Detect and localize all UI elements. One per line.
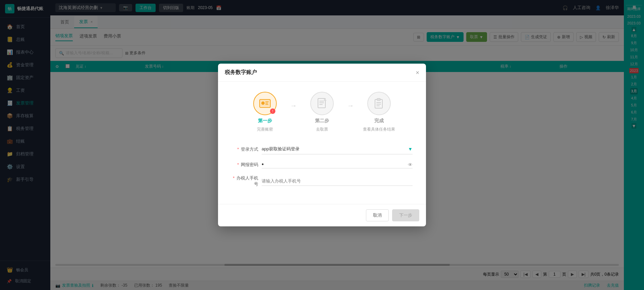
modal-header: 税务数字账户 ×: [218, 64, 426, 82]
step-1: ! 第一步 完善账密: [240, 92, 290, 132]
svg-rect-8: [319, 102, 324, 103]
login-method-row: * 登录方式 app获取验证码登录 ▼: [231, 144, 413, 154]
svg-rect-13: [376, 102, 381, 103]
step-1-subtitle: 完善账密: [257, 127, 273, 132]
step-2-subtitle: 去取票: [316, 127, 328, 132]
steps: ! 第一步 完善账密 →: [231, 92, 413, 132]
phone-input[interactable]: [262, 176, 413, 186]
step-3-icon-wrap: [367, 92, 391, 115]
svg-rect-3: [265, 101, 269, 102]
login-method-select[interactable]: app获取验证码登录 ▼: [262, 144, 413, 154]
step-arrow-1: →: [290, 92, 297, 110]
clipboard-icon: [372, 97, 386, 110]
step-3-title: 完成: [374, 118, 384, 124]
person-card-icon: [258, 97, 272, 110]
password-dot: •: [262, 161, 264, 168]
password-label: * 网报密码: [231, 162, 262, 168]
login-method-value: app获取验证码登录: [262, 146, 300, 152]
svg-rect-7: [319, 101, 324, 101]
step-3-subtitle: 查看具体任务结果: [363, 127, 395, 132]
svg-rect-12: [377, 98, 380, 100]
step-1-icon-wrap: !: [253, 92, 277, 115]
password-field[interactable]: • 👁: [262, 161, 413, 168]
password-row: * 网报密码 • 👁: [231, 161, 413, 168]
modal-body: ! 第一步 完善账密 →: [218, 82, 426, 204]
modal-form: * 登录方式 app获取验证码登录 ▼ * 网报密码 •: [231, 144, 413, 187]
step-arrow-2: →: [347, 92, 354, 110]
next-button[interactable]: 下一步: [392, 209, 419, 221]
step-1-alert: !: [270, 108, 275, 114]
svg-rect-14: [376, 104, 381, 104]
login-method-label: * 登录方式: [231, 146, 262, 152]
svg-rect-4: [265, 103, 268, 103]
modal-overlay: 税务数字账户 ×: [0, 0, 644, 290]
eye-icon[interactable]: 👁: [408, 162, 413, 167]
modal-title: 税务数字账户: [225, 69, 257, 76]
login-method-arrow-icon: ▼: [408, 146, 413, 152]
modal-close-btn[interactable]: ×: [416, 70, 419, 76]
step-2-icon-wrap: [310, 92, 334, 115]
svg-rect-15: [376, 105, 380, 106]
svg-rect-0: [260, 99, 270, 107]
step-3: 完成 查看具体任务结果: [354, 92, 404, 132]
step-1-title: 第一步: [258, 118, 272, 124]
modal-footer: 取消 下一步: [218, 204, 426, 226]
cancel-button[interactable]: 取消: [366, 209, 389, 221]
doc-icon: [315, 97, 329, 110]
svg-rect-5: [265, 104, 268, 105]
svg-point-2: [261, 101, 265, 105]
phone-row: * 办税人手机号: [231, 175, 413, 187]
step-2-title: 第二步: [315, 118, 329, 124]
tax-digital-modal: 税务数字账户 ×: [218, 64, 426, 226]
phone-label: * 办税人手机号: [231, 175, 262, 187]
step-2: 第二步 去取票: [297, 92, 347, 132]
svg-rect-9: [319, 104, 323, 105]
